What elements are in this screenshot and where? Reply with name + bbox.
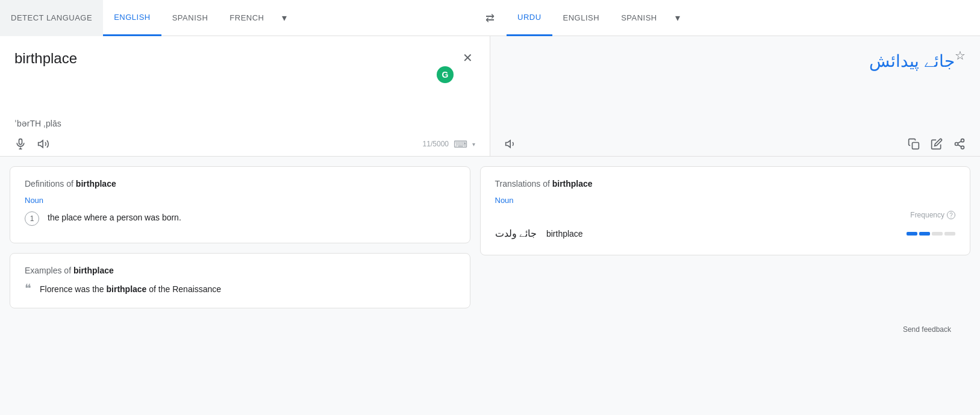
definitions-noun-label: Noun: [25, 196, 455, 205]
example-item: ❝ Florence was the birthplace of the Ren…: [25, 282, 455, 296]
quote-icon: ❝: [25, 282, 31, 295]
share-translation-button[interactable]: [953, 138, 966, 150]
examples-word: birthplace: [73, 266, 114, 275]
target-lang-section: URDU ENGLISH SPANISH ▾: [507, 0, 980, 36]
freq-segment-4: [944, 232, 955, 236]
frequency-header: Frequency ?: [495, 211, 956, 219]
source-input-row: birthplace ✕: [14, 48, 475, 116]
tab-detect-language[interactable]: DETECT LANGUAGE: [0, 0, 103, 36]
tab-spanish-source[interactable]: SPANISH: [161, 0, 219, 36]
svg-rect-0: [19, 139, 22, 145]
svg-point-8: [961, 146, 964, 149]
svg-line-10: [958, 141, 961, 143]
keyboard-icon[interactable]: ⌨: [454, 139, 467, 150]
target-translation-text: جائے پیدائش: [505, 48, 955, 75]
definition-number: 1: [25, 211, 39, 226]
example-text: Florence was the birthplace of the Renai…: [40, 282, 221, 296]
definitions-card: Definitions of birthplace Noun 1 the pla…: [10, 166, 470, 243]
tab-english-source[interactable]: ENGLISH: [103, 0, 161, 36]
tab-spanish-target[interactable]: SPANISH: [610, 0, 668, 36]
svg-line-9: [958, 145, 961, 146]
swap-icon: ⇄: [485, 11, 495, 25]
target-bottom-bar: [505, 138, 966, 150]
translations-card: Translations of birthplace Noun Frequenc…: [480, 166, 971, 255]
target-top: جائے پیدائش ☆: [505, 48, 966, 75]
source-icons: [14, 138, 49, 150]
svg-point-7: [955, 143, 958, 146]
source-lang-section: DETECT LANGUAGE ENGLISH SPANISH FRENCH ▾: [0, 0, 473, 36]
edit-translation-button[interactable]: [931, 138, 943, 150]
definition-item: 1 the place where a person was born.: [25, 211, 455, 226]
tab-urdu-target[interactable]: URDU: [507, 0, 552, 36]
freq-segment-1: [907, 232, 917, 236]
freq-segment-3: [932, 232, 943, 236]
definitions-title: Definitions of birthplace: [25, 179, 455, 189]
clear-button[interactable]: ✕: [460, 48, 475, 67]
freq-segment-2: [919, 232, 930, 236]
send-feedback-button[interactable]: Send feedback: [888, 320, 966, 339]
top-bar: DETECT LANGUAGE ENGLISH SPANISH FRENCH ▾…: [0, 0, 980, 36]
target-action-icons: [908, 138, 966, 150]
definition-text: the place where a person was born.: [48, 211, 181, 224]
svg-rect-5: [913, 143, 919, 149]
frequency-bar: [907, 232, 955, 236]
translations-title: Translations of birthplace: [495, 179, 956, 189]
phonetic-text: ˈbərTH ˌplās: [14, 119, 475, 128]
translations-word: birthplace: [552, 179, 593, 189]
chevron-down-icon: ▾: [675, 12, 680, 23]
footer: Send feedback: [0, 318, 980, 343]
tab-french-source[interactable]: FRENCH: [219, 0, 275, 36]
keyboard-dropdown[interactable]: ▾: [472, 141, 475, 148]
source-panel: birthplace ✕ G ˈbərTH ˌplās: [0, 36, 490, 156]
swap-languages-button[interactable]: ⇄: [473, 0, 507, 36]
frequency-info-button[interactable]: ?: [947, 211, 955, 219]
star-button[interactable]: ☆: [955, 48, 966, 63]
copy-translation-button[interactable]: [908, 138, 920, 150]
source-more-button[interactable]: ▾: [275, 0, 294, 36]
translation-area: birthplace ✕ G ˈbərTH ˌplās: [0, 36, 980, 157]
source-bottom-bar: 11/5000 ⌨ ▾: [14, 138, 475, 150]
lower-area: Definitions of birthplace Noun 1 the pla…: [0, 157, 980, 318]
target-more-button[interactable]: ▾: [668, 0, 687, 36]
translations-noun-label: Noun: [495, 196, 956, 205]
translation-row: جائے ولدت birthplace: [495, 224, 956, 243]
example-bold-word: birthplace: [107, 284, 147, 294]
grammarly-button[interactable]: G: [437, 66, 454, 83]
tab-english-target[interactable]: ENGLISH: [552, 0, 611, 36]
translation-english-text: birthplace: [537, 229, 907, 239]
target-volume-button[interactable]: [505, 138, 517, 150]
svg-marker-3: [39, 140, 43, 148]
chevron-down-icon: ▾: [282, 12, 287, 23]
frequency-label: Frequency: [910, 211, 944, 219]
examples-card: Examples of birthplace ❝ Florence was th…: [10, 253, 470, 308]
target-panel: جائے پیدائش ☆: [490, 36, 980, 156]
examples-title: Examples of birthplace: [25, 266, 455, 275]
translation-urdu-text: جائے ولدت: [495, 228, 537, 239]
microphone-button[interactable]: [14, 138, 27, 150]
char-count: 11/5000 ⌨ ▾: [423, 139, 475, 150]
svg-point-6: [961, 139, 964, 142]
svg-marker-4: [506, 140, 511, 148]
source-input[interactable]: birthplace: [14, 48, 455, 96]
source-volume-button[interactable]: [37, 138, 49, 150]
definitions-word: birthplace: [76, 179, 116, 189]
target-icons: [505, 138, 517, 150]
